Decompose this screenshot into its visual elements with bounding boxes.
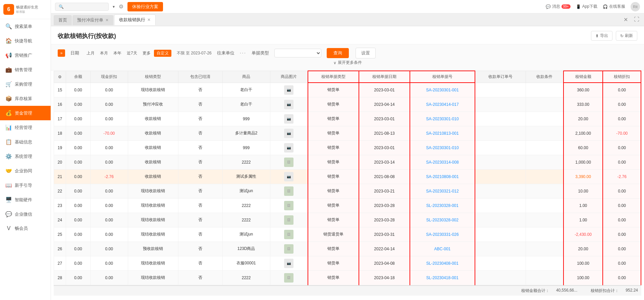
member-icon: V [5, 225, 12, 231]
date-more[interactable]: 更多 [141, 50, 153, 57]
bill-no-link[interactable]: SA-20230301-001 [426, 88, 459, 92]
date-custom[interactable]: 自定义 [154, 50, 171, 57]
cell-verify-bill-no[interactable]: SA-20230414-017 [410, 97, 475, 112]
sidebar-item-hardware[interactable]: 🖥️智能硬件 [0, 192, 51, 207]
gear-icon[interactable]: ⚙ [119, 3, 123, 10]
product-image: 📷 [284, 129, 293, 138]
close-tab-btn[interactable]: ✕ [622, 16, 630, 24]
bill-no-link[interactable]: ABC-001 [434, 247, 451, 251]
query-btn[interactable]: 查询 [327, 48, 349, 58]
sidebar-item-corp[interactable]: 🤝企业协同 [0, 164, 51, 178]
industry-btn[interactable]: 休验行业方案 [127, 2, 163, 11]
cell-verify-type: 现结收款核销 [128, 256, 178, 270]
cell-verify-bill-no[interactable]: SL-20230418-001 [410, 270, 475, 285]
tab-close-receipt[interactable]: ✕ [147, 17, 151, 22]
app-download-item[interactable]: 📱 App下载 [576, 4, 597, 9]
date-this-year[interactable]: 本年 [111, 50, 123, 57]
counterparty-input[interactable]: ··· [240, 50, 246, 56]
logo-icon: 6 [3, 4, 14, 15]
cell-verify-bill-no[interactable]: SA-20230321-012 [410, 184, 475, 198]
export-btn[interactable]: ⬆ 导出 [591, 31, 612, 41]
sidebar-item-purchase[interactable]: 🛒采购管理 [0, 77, 51, 91]
cell-product-image: 🖼 [270, 155, 308, 169]
cell-verify-bill-no[interactable]: SA-20230301-010 [410, 112, 475, 126]
table-row: 21 0.00 -2.76 收款核销 否 测试多属性 📷 销货单 2021-08… [54, 169, 641, 184]
cell-verify-amount: 1.00 [564, 198, 603, 213]
product-image: 📷 [284, 100, 293, 109]
sidebar-item-quick[interactable]: 🏠快捷导航 [0, 34, 51, 48]
cell-include-cleared: 否 [178, 169, 222, 184]
cell-verify-discount: 0.00 [603, 256, 641, 270]
sidebar-item-inventory[interactable]: 📦库存核算 [0, 91, 51, 106]
cell-verify-bill-no[interactable]: SL-20230328-002 [410, 213, 475, 227]
date-last-month[interactable]: 上月 [85, 50, 97, 57]
cell-verify-bill-type: 销货单 [308, 83, 359, 97]
cell-verify-bill-no[interactable]: SA-20230314-008 [410, 155, 475, 169]
col-receipt-condition: 收款条件 [526, 71, 564, 83]
cell-verify-discount: 0.00 [603, 97, 641, 112]
bill-no-link[interactable]: SA-20210813-001 [426, 131, 459, 136]
bill-no-link[interactable]: SA-20230321-012 [426, 189, 459, 194]
sidebar-item-biz[interactable]: 📊经营管理 [0, 120, 51, 135]
message-item[interactable]: 💬 消息 99+ [546, 4, 571, 9]
bill-no-link[interactable]: SA-20230301-010 [426, 145, 459, 150]
cell-verify-bill-no[interactable]: SA-20210813-001 [410, 126, 475, 140]
bill-no-link[interactable]: SL-20230328-002 [426, 218, 459, 222]
cell-verify-date: 2023-03-01 [359, 112, 410, 126]
sidebar-item-guide[interactable]: 📖新手引导 [0, 178, 51, 192]
tab-home[interactable]: 首页 [54, 15, 72, 25]
bill-no-link[interactable]: SA-20210808-001 [426, 174, 459, 179]
cell-rownum: 23 [54, 198, 66, 213]
cell-verify-bill-no[interactable]: SL-20230328-001 [410, 198, 475, 213]
avatar[interactable]: Rit [631, 2, 640, 11]
wechat-icon: 💬 [5, 211, 12, 217]
cell-verify-type: 预收款核销 [128, 242, 178, 256]
sidebar-item-marketing[interactable]: 📢营销推广 [0, 48, 51, 62]
online-service-item[interactable]: 🎧 在线客服 [603, 4, 625, 9]
hardware-icon: 🖥️ [5, 197, 12, 203]
bill-no-link[interactable]: SA-20230314-008 [426, 160, 459, 165]
cell-cash-discount: 0.00 [90, 270, 128, 285]
sidebar-item-finance[interactable]: 💰资金管理 [0, 106, 51, 120]
service-icon: 🎧 [603, 4, 608, 9]
cell-verify-bill-no[interactable]: SA-20210808-001 [410, 169, 475, 184]
expand-tab-btn[interactable]: ⛶ [632, 16, 641, 24]
bill-no-link[interactable]: SA-20230301-010 [426, 117, 459, 121]
settings-btn[interactable]: 设置 [356, 48, 376, 58]
tab-receipt[interactable]: 收款核销执行✕ [114, 14, 156, 25]
cell-verify-discount: 0.00 [603, 270, 641, 285]
sidebar-item-sales[interactable]: 💼销售管理 [0, 62, 51, 77]
cell-verify-bill-no[interactable]: SL-20230408-001 [410, 256, 475, 270]
filter-toggle-btn[interactable]: » [58, 49, 65, 57]
sidebar-item-member[interactable]: V畅会员 [0, 221, 51, 235]
message-badge: 99+ [561, 4, 571, 9]
expand-more-btn[interactable]: ∨ 展开更多条件 [58, 58, 637, 67]
bill-no-link[interactable]: SL-20230328-001 [426, 203, 459, 208]
refresh-btn[interactable]: ↻ 刷新 [616, 31, 637, 41]
tab-prepay[interactable]: 预付冲应付单✕ [72, 15, 113, 25]
cell-verify-discount: 0.00 [603, 83, 641, 97]
cell-verify-bill-no[interactable]: SA-20230301-001 [410, 83, 475, 97]
cell-verify-bill-no[interactable]: ABC-001 [410, 242, 475, 256]
bill-no-link[interactable]: SA-20230331-026 [426, 232, 459, 237]
tab-close-prepay[interactable]: ✕ [105, 18, 109, 23]
col-balance: 余额 [66, 71, 91, 83]
sidebar-item-system[interactable]: ⚙️系统管理 [0, 149, 51, 164]
cell-verify-bill-no[interactable]: SA-20230301-010 [410, 140, 475, 155]
bill-no-link[interactable]: SL-20230418-001 [426, 275, 459, 280]
sidebar-item-search[interactable]: 🔍搜索菜单 [0, 19, 51, 34]
topbar-search[interactable]: 🔍 [55, 3, 109, 11]
date-7days[interactable]: 近7天 [125, 50, 139, 57]
bill-no-link[interactable]: SL-20230408-001 [426, 261, 459, 266]
bill-type-select[interactable] [274, 49, 321, 57]
date-this-month[interactable]: 本月 [98, 50, 110, 57]
cell-rownum: 18 [54, 126, 66, 140]
topbar-dropdown[interactable]: ▾ [113, 4, 115, 9]
bill-no-link[interactable]: SA-20230414-017 [426, 102, 459, 107]
sidebar-item-base[interactable]: 📋基础信息 [0, 135, 51, 149]
cell-product-image: 📷 [270, 140, 308, 155]
table-row: 26 0.00 0.00 预收款核销 否 123D商品 🖼 销货单 2022-0… [54, 242, 641, 256]
sidebar-item-wechat[interactable]: 💬企业微信 [0, 207, 51, 221]
col-settings[interactable]: ⚙ [54, 71, 66, 83]
cell-verify-bill-no[interactable]: SA-20230331-026 [410, 227, 475, 242]
